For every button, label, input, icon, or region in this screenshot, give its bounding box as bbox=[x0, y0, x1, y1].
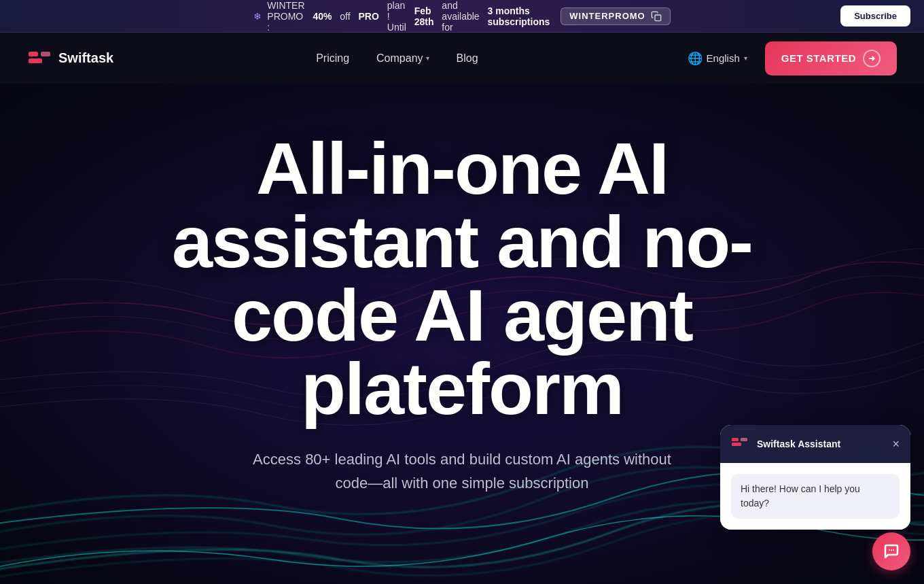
svg-rect-7 bbox=[741, 438, 747, 441]
announcement-bar: ❄ WINTER PROMO : 40% off PRO plan ! Unti… bbox=[0, 0, 924, 33]
svg-rect-0 bbox=[655, 15, 661, 21]
chat-body: Hi there! How can I help you today? bbox=[720, 463, 910, 530]
announcement-percent: 40% bbox=[313, 11, 332, 22]
logo[interactable]: Swiftask bbox=[27, 46, 113, 71]
hero-title-line3: code AI agent bbox=[172, 279, 752, 352]
chat-header: Swiftask Assistant × bbox=[720, 425, 910, 463]
copy-icon[interactable] bbox=[651, 11, 662, 22]
get-started-arrow-icon: ➜ bbox=[863, 50, 881, 67]
hero-title-line4: plateform bbox=[172, 352, 752, 426]
chat-widget: Swiftask Assistant × Hi there! How can I… bbox=[720, 425, 910, 530]
hero-content: All-in-one AI assistant and no- code AI … bbox=[145, 132, 779, 495]
announcement-months: 3 months subscriptions bbox=[488, 5, 550, 27]
language-selector[interactable]: 🌐 English ▾ bbox=[681, 47, 754, 70]
snowflake-icon: ❄ bbox=[253, 11, 262, 22]
logo-icon bbox=[27, 46, 52, 71]
nav-links: Pricing Company ▾ Blog bbox=[305, 47, 488, 70]
company-chevron-icon: ▾ bbox=[426, 54, 429, 62]
announcement-pro: PRO bbox=[359, 11, 379, 22]
hero-title: All-in-one AI assistant and no- code AI … bbox=[172, 132, 752, 426]
chat-title: Swiftask Assistant bbox=[757, 439, 840, 449]
subscribe-button[interactable]: Subscribe bbox=[840, 5, 910, 27]
get-started-label: GET STARTED bbox=[781, 52, 856, 64]
svg-rect-6 bbox=[732, 443, 741, 446]
svg-rect-5 bbox=[732, 438, 739, 441]
globe-icon: 🌐 bbox=[688, 51, 703, 66]
announcement-date: Feb 28th bbox=[414, 5, 434, 27]
hero-title-line2: assistant and no- bbox=[172, 205, 752, 279]
svg-point-9 bbox=[891, 549, 892, 551]
hero-subtitle: Access 80+ leading AI tools and build cu… bbox=[251, 447, 673, 495]
promo-code-text: WINTERPROMO bbox=[569, 11, 645, 21]
svg-point-8 bbox=[889, 549, 890, 551]
chat-logo-icon bbox=[731, 434, 750, 453]
svg-point-10 bbox=[893, 549, 894, 551]
chat-fab-button[interactable] bbox=[872, 532, 910, 570]
chat-header-left: Swiftask Assistant bbox=[731, 434, 840, 453]
svg-rect-1 bbox=[29, 52, 38, 56]
promo-code-box[interactable]: WINTERPROMO bbox=[561, 7, 670, 25]
nav-company[interactable]: Company ▾ bbox=[366, 47, 440, 70]
chat-message: Hi there! How can I help you today? bbox=[731, 474, 900, 519]
get-started-button[interactable]: GET STARTED ➜ bbox=[765, 41, 897, 75]
nav-blog[interactable]: Blog bbox=[446, 47, 489, 70]
announcement-off: off bbox=[340, 11, 350, 22]
language-label: English bbox=[707, 52, 740, 64]
announcement-and: and available for bbox=[442, 0, 479, 33]
chat-close-button[interactable]: × bbox=[892, 438, 900, 450]
navbar: Swiftask Pricing Company ▾ Blog 🌐 Englis… bbox=[0, 33, 924, 84]
hero-title-line1: All-in-one AI bbox=[172, 132, 752, 205]
chat-fab-icon bbox=[883, 543, 900, 560]
announcement-prefix: WINTER PROMO : bbox=[267, 0, 304, 33]
announcement-text: ❄ WINTER PROMO : 40% off PRO plan ! Unti… bbox=[253, 0, 670, 33]
language-chevron-icon: ▾ bbox=[744, 54, 747, 62]
logo-text: Swiftask bbox=[58, 50, 113, 66]
nav-right: 🌐 English ▾ GET STARTED ➜ bbox=[681, 41, 897, 75]
svg-rect-3 bbox=[41, 52, 50, 56]
announcement-plan: plan ! Until bbox=[387, 0, 406, 33]
svg-rect-2 bbox=[29, 58, 42, 63]
nav-pricing[interactable]: Pricing bbox=[305, 47, 360, 70]
